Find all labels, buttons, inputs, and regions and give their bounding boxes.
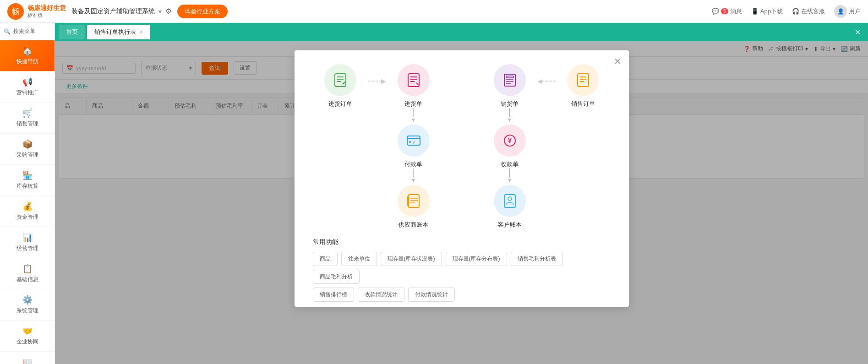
avatar: 👤 [834, 5, 847, 18]
modal-overlay[interactable]: ✕ 进货订单 ▶ [55, 41, 868, 364]
main-content: 首页 销售订单执行表 × ✕ ❓ 帮助 🖨 按模板打印 ▾ ⬆ 导出 ▾ [55, 23, 868, 364]
tab-sales-order-exec[interactable]: 销售订单执行表 × [87, 25, 150, 39]
svg-text:¥: ¥ [508, 137, 512, 144]
close-all-tabs-btn[interactable]: ✕ [851, 26, 864, 38]
logo-icon: 畅 [7, 3, 24, 20]
flow-circle-receipt: ¥ [494, 125, 526, 157]
sidebar-search[interactable]: 🔍 搜索菜单 [0, 23, 55, 40]
cf-btn-contacts[interactable]: 往来单位 [341, 252, 377, 266]
sidebar-item-purchase[interactable]: 📦 采购管理 [0, 134, 55, 165]
sidebar-item-label: 经营管理 [16, 244, 38, 252]
message-label: 消息 [730, 7, 742, 16]
svg-point-19 [409, 141, 411, 143]
phone-icon: 📱 [751, 8, 759, 15]
search-icon: 🔍 [4, 28, 11, 35]
cf-btn-product[interactable]: 商品 [313, 252, 338, 266]
app-download-label: App下载 [760, 7, 783, 16]
flow-node-sales-order[interactable]: 销售订单 [556, 64, 611, 108]
sidebar-item-operation[interactable]: 📊 经营管理 [0, 227, 55, 258]
flow-label-receipt: 收款单 [501, 160, 519, 168]
sidebar-item-label: 资金管理 [16, 213, 38, 221]
basic-info-icon: 📋 [22, 264, 33, 274]
collab-icon: 🤝 [22, 326, 33, 336]
flow-label-sales-order: 销售订单 [571, 100, 595, 108]
flow-circle-purchase-order [324, 64, 356, 96]
headset-icon: 🎧 [792, 8, 799, 15]
modal-body: 进货订单 ▶ 进货单 [295, 50, 629, 307]
svg-rect-28 [504, 195, 515, 207]
sidebar-item-label: 系统管理 [16, 307, 38, 315]
cf-btn-receipt-stats[interactable]: 收款情况统计 [358, 288, 404, 302]
sidebar-item-quick-nav[interactable]: 🏠 快捷导航 [0, 40, 55, 71]
header-right: 💬 5 消息 📱 App下载 🎧 在线客服 👤 用户 [712, 5, 861, 18]
flow-circle-sales-order [567, 64, 599, 96]
common-functions: 常用功能 商品 往来单位 现存量(库存状况表) 现存量(库存分布表) 销售毛利分… [313, 238, 611, 302]
message-btn[interactable]: 💬 5 消息 [712, 7, 742, 16]
sys-mgmt-icon: ⚙️ [22, 295, 33, 305]
flow-label-supplier-ledger: 供应商账本 [399, 221, 428, 229]
tab-bar: 首页 销售订单执行表 × ✕ [55, 23, 868, 41]
dropdown-arrow-icon[interactable]: ▾ [158, 8, 162, 15]
tab-close-icon[interactable]: × [140, 29, 143, 35]
home-icon: 🏠 [22, 46, 33, 56]
cf-buttons-row1: 商品 往来单位 现存量(库存状况表) 现存量(库存分布表) 销售毛利分析表 商品… [313, 252, 611, 284]
header-left: 畅 畅康通好生意 标准版 装备及固定资产辅助管理系统 ▾ ⚙ 体验行业方案 [7, 3, 228, 20]
sidebar-item-label: 快捷导航 [16, 58, 38, 65]
sidebar-item-sys-mgmt[interactable]: ⚙️ 系统管理 [0, 289, 55, 321]
sidebar-item-label: 营销推广 [16, 89, 38, 97]
flow-circle-purchase-bill [398, 64, 430, 96]
system-title: 装备及固定资产辅助管理系统 ▾ ⚙ [71, 7, 172, 16]
app-download-btn[interactable]: 📱 App下载 [751, 7, 783, 16]
sidebar-item-marketing[interactable]: 📢 营销推广 [0, 71, 55, 103]
message-count-badge: 5 [721, 8, 728, 14]
user-btn[interactable]: 👤 用户 [834, 5, 861, 18]
inventory-icon: 🏪 [22, 170, 33, 180]
cf-btn-product-profit[interactable]: 商品毛利分析 [313, 270, 360, 284]
flow-node-sales-bill[interactable]: 销货单 [482, 64, 537, 108]
sales-icon: 🛒 [22, 108, 33, 118]
flow-node-purchase-bill[interactable]: 进货单 [386, 64, 441, 108]
try-btn[interactable]: 体验行业方案 [177, 5, 228, 18]
brand-name: 畅康通好生意 [27, 4, 66, 12]
brand-sub: 标准版 [27, 12, 66, 18]
cf-btn-stock-dist[interactable]: 现存量(库存分布表) [446, 252, 507, 266]
sidebar-item-guide[interactable]: 📖 新手引导 [0, 352, 55, 364]
flow-label-purchase-order: 进货订单 [328, 100, 352, 108]
marketing-icon: 📢 [22, 77, 33, 87]
online-service-label: 在线客服 [801, 7, 825, 16]
sidebar-item-label: 销售管理 [16, 120, 38, 128]
cf-btn-payment-stats[interactable]: 付款情况统计 [408, 288, 455, 302]
flow-circle-sales-bill [494, 64, 526, 96]
sidebar-item-label: 基础信息 [16, 276, 38, 283]
cf-btn-sales-profit[interactable]: 销售毛利分析表 [511, 252, 563, 266]
sidebar-item-inventory[interactable]: 🏪 库存核算 [0, 165, 55, 196]
flow-node-payment[interactable]: ¥ 付款单 [386, 125, 441, 168]
flow-node-supplier-ledger[interactable]: 供应商账本 [386, 185, 441, 229]
flow-label-customer-ledger: 客户账本 [498, 221, 522, 229]
svg-rect-0 [335, 74, 346, 87]
operation-icon: 📊 [22, 233, 33, 243]
svg-point-29 [508, 197, 512, 201]
cf-btn-stock-status[interactable]: 现存量(库存状况表) [381, 252, 442, 266]
svg-rect-23 [408, 195, 419, 207]
online-service-btn[interactable]: 🎧 在线客服 [792, 7, 825, 16]
sidebar-item-sales[interactable]: 🛒 销售管理 [0, 103, 55, 134]
settings-icon[interactable]: ⚙ [165, 7, 172, 16]
flow-node-receipt[interactable]: ¥ 收款单 [482, 125, 537, 168]
system-title-text: 装备及固定资产辅助管理系统 [71, 7, 155, 16]
flow-label-purchase-bill: 进货单 [404, 100, 422, 108]
sidebar-item-finance[interactable]: 💰 资金管理 [0, 196, 55, 227]
finance-icon: 💰 [22, 201, 33, 212]
logo-area: 畅 畅康通好生意 标准版 [7, 3, 66, 20]
cf-btn-sales-rank[interactable]: 销售排行榜 [313, 288, 354, 302]
sidebar-item-label: 库存核算 [16, 182, 38, 190]
modal-close-btn[interactable]: ✕ [614, 56, 622, 67]
flow-circle-customer-ledger [494, 185, 526, 217]
flow-node-purchase-order[interactable]: 进货订单 [313, 64, 368, 108]
flow-label-payment: 付款单 [404, 160, 422, 168]
tab-home[interactable]: 首页 [59, 25, 85, 39]
sidebar-item-basic-info[interactable]: 📋 基础信息 [0, 258, 55, 289]
flow-node-customer-ledger[interactable]: 客户账本 [482, 185, 537, 229]
sidebar: 🔍 搜索菜单 🏠 快捷导航 📢 营销推广 🛒 销售管理 📦 采购管理 🏪 库存核… [0, 23, 55, 364]
sidebar-item-collab[interactable]: 🤝 企业协同 [0, 321, 55, 352]
